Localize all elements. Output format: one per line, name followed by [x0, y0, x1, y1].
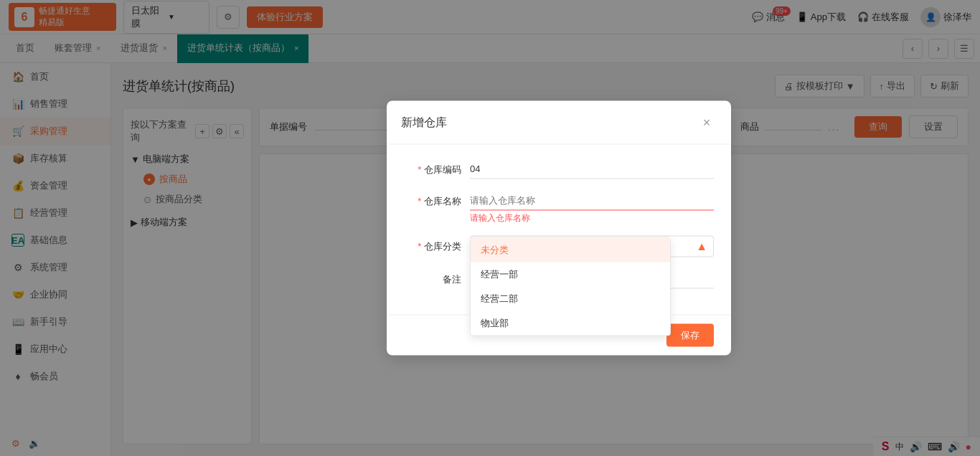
modal-close-button[interactable]: × — [697, 113, 717, 133]
warehouse-category-row: 仓库分类 ▲ 未分类 经营一部 经营二部 物业部 — [404, 236, 714, 257]
modal-header: 新增仓库 × — [387, 101, 731, 145]
dropdown-item-uncategorized[interactable]: 未分类 — [471, 238, 670, 262]
warehouse-code-input[interactable] — [470, 159, 714, 179]
new-warehouse-modal: 新增仓库 × 仓库编码 仓库名称 请输入仓库名称 仓库分类 ▲ — [387, 101, 731, 356]
warehouse-category-label: 仓库分类 — [404, 236, 461, 253]
modal-title: 新增仓库 — [401, 115, 447, 130]
note-label: 备注 — [404, 269, 461, 286]
category-dropdown: 未分类 经营一部 经营二部 物业部 — [470, 237, 671, 336]
warehouse-code-label: 仓库编码 — [404, 159, 461, 176]
dropdown-item-property[interactable]: 物业部 — [471, 311, 670, 336]
warehouse-code-row: 仓库编码 — [404, 159, 714, 179]
chevron-up-icon[interactable]: ▲ — [696, 240, 707, 253]
warehouse-name-row: 仓库名称 请输入仓库名称 — [404, 191, 714, 224]
warehouse-name-label: 仓库名称 — [404, 191, 461, 208]
dropdown-item-ops2[interactable]: 经营二部 — [471, 287, 670, 311]
warehouse-name-input[interactable] — [470, 191, 714, 211]
dropdown-item-ops1[interactable]: 经营一部 — [471, 262, 670, 287]
modal-body: 仓库编码 仓库名称 请输入仓库名称 仓库分类 ▲ 未分 — [387, 145, 731, 315]
save-button[interactable]: 保存 — [666, 324, 714, 347]
warehouse-name-error: 请输入仓库名称 — [470, 212, 714, 224]
